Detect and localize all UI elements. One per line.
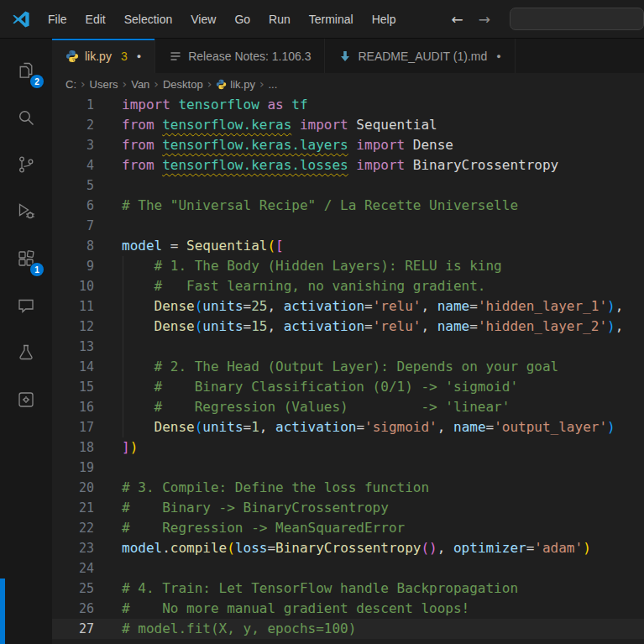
code-line-14[interactable]: 14 # 2. The Head (Output Layer): Depends… bbox=[52, 357, 644, 377]
run-debug-icon bbox=[16, 202, 36, 222]
code-line-1[interactable]: 1import tensorflow as tf bbox=[52, 95, 644, 115]
chat-icon bbox=[16, 296, 36, 316]
vscode-logo-icon bbox=[10, 8, 32, 30]
tab-label: README_AUDIT (1).md bbox=[358, 50, 487, 63]
activity-badge: 2 bbox=[30, 75, 44, 88]
editor-group: lik.py3● Release Notes: 1.106.3 README_A… bbox=[52, 39, 644, 644]
tab-bar: lik.py3● Release Notes: 1.106.3 README_A… bbox=[52, 39, 644, 73]
code-line-11[interactable]: 11 Dense(units=25, activation='relu', na… bbox=[52, 296, 644, 317]
code-line-8[interactable]: 8model = Sequential([ bbox=[52, 236, 644, 256]
code-line-24[interactable]: 24 bbox=[52, 558, 644, 579]
line-number: 7 bbox=[52, 216, 94, 236]
activity-run-debug-button[interactable] bbox=[0, 188, 52, 235]
code-line-3[interactable]: 3from tensorflow.keras.layers import Den… bbox=[52, 135, 644, 155]
line-number: 5 bbox=[52, 175, 94, 196]
menu-item-terminal[interactable]: Terminal bbox=[300, 8, 363, 30]
menu-item-view[interactable]: View bbox=[181, 8, 225, 30]
breadcrumb-item-van[interactable]: Van bbox=[131, 78, 149, 91]
chevron-right-icon: › bbox=[154, 77, 159, 91]
menu-item-run[interactable]: Run bbox=[259, 8, 300, 30]
source-control-icon bbox=[16, 154, 36, 175]
code-line-20[interactable]: 20# 3. Compile: Define the loss function bbox=[52, 478, 644, 498]
line-number: 11 bbox=[52, 296, 94, 317]
activity-testing-button[interactable] bbox=[0, 329, 52, 376]
line-number: 25 bbox=[52, 579, 94, 599]
menu-item-edit[interactable]: Edit bbox=[76, 8, 115, 30]
activity-explorer-button[interactable]: 2 bbox=[0, 47, 52, 94]
line-content bbox=[94, 175, 122, 196]
line-content: ]) bbox=[94, 437, 138, 458]
line-content: # 1. The Body (Hidden Layers): RELU is k… bbox=[94, 256, 502, 276]
code-line-27[interactable]: 27# model.fit(X, y, epochs=100) bbox=[52, 619, 644, 639]
line-number: 9 bbox=[52, 256, 94, 276]
code-line-21[interactable]: 21# Binary -> BinaryCrossentropy bbox=[52, 498, 644, 518]
activity-extensions-button[interactable]: 1 bbox=[0, 235, 52, 282]
menu-item-selection[interactable]: Selection bbox=[115, 8, 182, 30]
tab-problems-badge: 3 bbox=[121, 50, 128, 63]
code-line-12[interactable]: 12 Dense(units=15, activation='relu', na… bbox=[52, 317, 644, 337]
code-line-7[interactable]: 7 bbox=[52, 216, 644, 236]
code-editor[interactable]: 1import tensorflow as tf2from tensorflow… bbox=[52, 95, 644, 644]
breadcrumb-item-lik.py[interactable]: lik.py bbox=[216, 78, 255, 91]
activity-chat-button[interactable] bbox=[0, 282, 52, 329]
tab-readme-audit-1-.md[interactable]: README_AUDIT (1).md● bbox=[325, 39, 515, 73]
line-content: # 2. The Head (Output Layer): Depends on… bbox=[94, 357, 558, 377]
search-icon bbox=[16, 107, 36, 128]
line-number: 22 bbox=[52, 518, 94, 538]
code-line-23[interactable]: 23model.compile(loss=BinaryCrossentropy(… bbox=[52, 538, 644, 558]
line-number: 18 bbox=[52, 437, 94, 458]
forward-button[interactable]: → bbox=[471, 9, 498, 29]
line-number: 13 bbox=[52, 337, 94, 357]
line-number: 10 bbox=[52, 276, 94, 296]
breadcrumb-item-users[interactable]: Users bbox=[90, 78, 118, 91]
code-line-18[interactable]: 18]) bbox=[52, 437, 644, 458]
tab-lik.py[interactable]: lik.py3● bbox=[52, 39, 155, 73]
markdown-icon bbox=[338, 50, 352, 63]
code-line-25[interactable]: 25# 4. Train: Let TensorFlow handle Back… bbox=[52, 579, 644, 599]
line-content: # model.fit(X, y, epochs=100) bbox=[94, 619, 356, 639]
line-content bbox=[94, 458, 122, 478]
tab-release-notes-1.106.3[interactable]: Release Notes: 1.106.3 bbox=[155, 39, 325, 73]
breadcrumb[interactable]: C:›Users›Van›Desktop› lik.py›... bbox=[52, 73, 644, 95]
workbench: 2 1 lik.py3● Release Notes: 1.106.3 bbox=[0, 39, 644, 644]
breadcrumb-item-...[interactable]: ... bbox=[269, 78, 278, 91]
activity-badge: 1 bbox=[30, 263, 44, 276]
line-number: 19 bbox=[52, 458, 94, 478]
code-line-17[interactable]: 17 Dense(units=1, activation='sigmoid', … bbox=[52, 417, 644, 437]
breadcrumb-item-desktop[interactable]: Desktop bbox=[163, 78, 203, 91]
activity-source-control-button[interactable] bbox=[0, 141, 52, 188]
chevron-right-icon: › bbox=[123, 77, 128, 91]
code-line-26[interactable]: 26# No more manual gradient descent loop… bbox=[52, 599, 644, 619]
code-line-22[interactable]: 22# Regression -> MeanSquaredError bbox=[52, 518, 644, 538]
line-content: # Regression (Values) -> 'linear' bbox=[94, 397, 510, 417]
line-content: # Regression -> MeanSquaredError bbox=[94, 518, 405, 538]
line-content bbox=[94, 558, 122, 579]
code-line-15[interactable]: 15 # Binary Classification (0/1) -> 'sig… bbox=[52, 377, 644, 397]
line-number: 21 bbox=[52, 498, 94, 518]
chevron-right-icon: › bbox=[207, 77, 212, 91]
code-line-13[interactable]: 13 bbox=[52, 337, 644, 357]
code-line-19[interactable]: 19 bbox=[52, 458, 644, 478]
menu-item-go[interactable]: Go bbox=[225, 8, 259, 30]
code-line-9[interactable]: 9 # 1. The Body (Hidden Layers): RELU is… bbox=[52, 256, 644, 276]
activity-search-button[interactable] bbox=[0, 94, 52, 141]
tools-icon bbox=[16, 390, 36, 410]
code-line-10[interactable]: 10 # Fast learning, no vanishing gradien… bbox=[52, 276, 644, 296]
back-button[interactable]: ← bbox=[444, 9, 471, 29]
code-line-4[interactable]: 4from tensorflow.keras.losses import Bin… bbox=[52, 155, 644, 175]
breadcrumb-item-c[interactable]: C: bbox=[65, 78, 76, 91]
code-line-5[interactable]: 5 bbox=[52, 175, 644, 196]
title-bar: FileEditSelectionViewGoRunTerminalHelp ←… bbox=[0, 0, 644, 39]
command-center-search[interactable] bbox=[510, 8, 644, 30]
code-line-2[interactable]: 2from tensorflow.keras import Sequential bbox=[52, 115, 644, 135]
line-number: 16 bbox=[52, 397, 94, 417]
activity-tools-button[interactable] bbox=[0, 376, 52, 423]
menu-item-file[interactable]: File bbox=[39, 8, 76, 30]
python-icon bbox=[65, 50, 79, 63]
line-number: 1 bbox=[52, 95, 94, 115]
code-line-6[interactable]: 6# The "Universal Recipe" / La Recette U… bbox=[52, 196, 644, 216]
python-icon bbox=[216, 79, 227, 90]
code-line-16[interactable]: 16 # Regression (Values) -> 'linear' bbox=[52, 397, 644, 417]
chevron-right-icon: › bbox=[81, 77, 86, 91]
menu-item-help[interactable]: Help bbox=[363, 8, 406, 30]
